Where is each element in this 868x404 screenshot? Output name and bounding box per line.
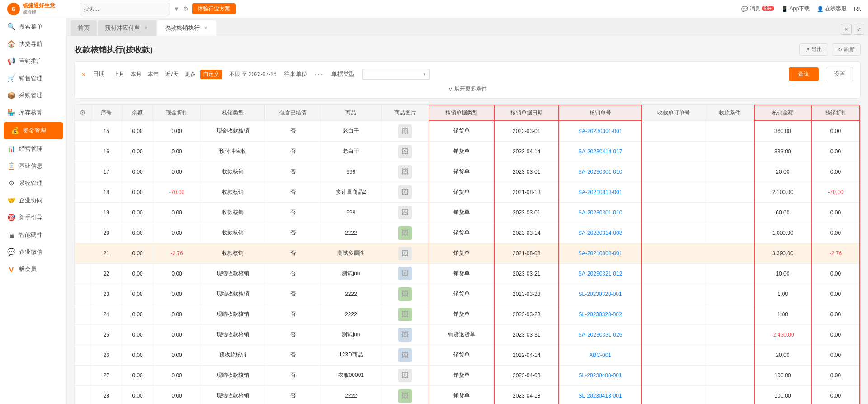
th-settings[interactable]: ⚙ xyxy=(75,105,91,121)
th-type: 核销类型 xyxy=(201,105,265,121)
industry-btn[interactable]: 体验行业方案 xyxy=(192,3,236,14)
sidebar-item-inventory[interactable]: 🏪 库存核算 xyxy=(0,104,66,121)
td-checkbox[interactable] xyxy=(75,223,91,243)
sidebar-item-enterprise[interactable]: 🤝 企业协同 xyxy=(0,192,66,209)
sidebar-item-business[interactable]: 📊 经营管理 xyxy=(0,140,66,157)
sidebar-item-basic-info[interactable]: 📋 基础信息 xyxy=(0,157,66,175)
voucher-no-link[interactable]: SA-20230414-017 xyxy=(578,148,622,155)
td-checkbox[interactable] xyxy=(75,263,91,284)
date-btn-custom[interactable]: 自定义 xyxy=(200,70,222,79)
td-goods: 123D商品 xyxy=(321,345,381,365)
voucher-no-link[interactable]: SL-20230418-001 xyxy=(579,393,622,399)
td-voucher-no[interactable]: SA-20230321-012 xyxy=(559,263,641,284)
td-goods: 2222 xyxy=(321,223,381,243)
td-checkbox[interactable] xyxy=(75,162,91,182)
td-receipt-cond xyxy=(706,345,754,365)
td-checkbox[interactable] xyxy=(75,243,91,263)
td-voucher-no[interactable]: ABC-001 xyxy=(559,345,641,365)
refresh-btn[interactable]: ↻ 刷新 xyxy=(832,43,861,56)
voucher-no-link[interactable]: SA-20230301-001 xyxy=(578,128,622,134)
td-discount: 0.00 xyxy=(811,365,860,385)
date-btn-last-month[interactable]: 上月 xyxy=(112,70,126,79)
date-btn-this-month[interactable]: 本月 xyxy=(129,70,143,79)
sidebar-item-guide[interactable]: 🎯 新手引导 xyxy=(0,209,66,226)
tab-receipt-close[interactable]: × xyxy=(203,25,209,31)
sidebar-item-search-menu[interactable]: 🔍 搜索菜单 xyxy=(0,18,66,35)
td-voucher-no[interactable]: SL-20230408-001 xyxy=(559,365,641,385)
voucher-no-link[interactable]: SL-20230408-001 xyxy=(579,372,622,379)
voucher-no-link[interactable]: SA-20230301-010 xyxy=(578,169,622,175)
expand-more-btn[interactable]: ∨ 展开更多条件 xyxy=(448,85,487,93)
td-voucher-no[interactable]: SA-20230331-026 xyxy=(559,324,641,345)
td-no: 20 xyxy=(91,223,122,243)
sidebar-item-wechat[interactable]: 💬 企业微信 xyxy=(0,243,66,261)
sidebar-item-finance[interactable]: 💰 资金管理 xyxy=(4,122,63,139)
voucher-no-link[interactable]: SA-20230314-008 xyxy=(578,230,622,236)
search-input[interactable] xyxy=(80,3,170,15)
td-voucher-no[interactable]: SA-20230301-001 xyxy=(559,121,641,141)
voucher-no-link[interactable]: SL-20230328-002 xyxy=(579,311,622,318)
export-btn[interactable]: ↗ 导出 xyxy=(799,43,828,56)
online-service[interactable]: 👤 在线客服 xyxy=(817,5,847,13)
voucher-no-link[interactable]: SA-20210813-001 xyxy=(578,189,622,195)
voucher-no-link[interactable]: SA-20210808-001 xyxy=(578,250,622,257)
tab-home[interactable]: 首页 xyxy=(71,20,97,36)
td-voucher-no[interactable]: SA-20230301-010 xyxy=(559,202,641,223)
date-btn-this-year[interactable]: 本年 xyxy=(146,70,160,79)
date-btn-7days[interactable]: 近7天 xyxy=(163,70,181,79)
date-btn-more[interactable]: 更多 xyxy=(183,70,198,79)
td-checkbox[interactable] xyxy=(75,304,91,324)
td-voucher-no[interactable]: SA-20210813-001 xyxy=(559,182,641,202)
td-checkbox[interactable] xyxy=(75,324,91,345)
td-checkbox[interactable] xyxy=(75,385,91,404)
td-checkbox[interactable] xyxy=(75,182,91,202)
td-voucher-no[interactable]: SA-20230414-017 xyxy=(559,141,641,162)
sidebar-item-purchase[interactable]: 📦 采购管理 xyxy=(0,87,66,104)
td-checkbox[interactable] xyxy=(75,141,91,162)
sidebar-label-enterprise: 企业协同 xyxy=(19,196,42,204)
td-voucher-no[interactable]: SL-20230328-002 xyxy=(559,304,641,324)
voucher-no-link[interactable]: SA-20230301-010 xyxy=(578,209,622,216)
voucher-no-link[interactable]: SA-20230321-012 xyxy=(578,271,622,277)
setting-btn[interactable]: 设置 xyxy=(826,67,853,81)
td-checkbox[interactable] xyxy=(75,121,91,141)
td-checkbox[interactable] xyxy=(75,365,91,385)
filter-expand-toggle[interactable]: » xyxy=(82,71,85,78)
td-voucher-no[interactable]: SA-20230301-010 xyxy=(559,162,641,182)
sidebar-item-sales[interactable]: 🛒 销售管理 xyxy=(0,70,66,87)
td-amount: 1,000.00 xyxy=(754,223,811,243)
td-voucher-no[interactable]: SL-20230328-001 xyxy=(559,284,641,304)
sidebar-item-member[interactable]: V 畅会员 xyxy=(0,261,66,278)
tab-close-all-btn[interactable]: × xyxy=(841,24,852,35)
goods-image: 🖼 xyxy=(398,145,412,158)
sidebar-item-system[interactable]: ⚙ 系统管理 xyxy=(0,175,66,192)
tab-receipt[interactable]: 收款核销执行 × xyxy=(157,20,216,36)
td-goods: 测试jun xyxy=(321,324,381,345)
data-table: ⚙ 序号 余额 现金折扣 核销类型 包含已结清 商品 商品图片 核销单据类型 核… xyxy=(75,105,860,404)
voucher-type-select[interactable] xyxy=(362,69,430,80)
tab-prepay-close[interactable]: × xyxy=(143,25,149,31)
voucher-no-link[interactable]: ABC-001 xyxy=(589,352,611,358)
td-voucher-no[interactable]: SL-20230418-001 xyxy=(559,385,641,404)
td-type: 收款核销 xyxy=(201,182,265,202)
tab-fullscreen-btn[interactable]: ⤢ xyxy=(854,24,864,35)
td-checkbox[interactable] xyxy=(75,345,91,365)
td-checkbox[interactable] xyxy=(75,284,91,304)
message-area[interactable]: 💬 消息 99+ xyxy=(741,5,774,13)
td-goods: 测试jun xyxy=(321,263,381,284)
settings-icon[interactable]: ⚙ xyxy=(183,5,189,12)
sidebar-item-marketing[interactable]: 📢 营销推广 xyxy=(0,52,66,70)
table-gear-icon[interactable]: ⚙ xyxy=(80,109,85,116)
td-voucher-no[interactable]: SA-20210808-001 xyxy=(559,243,641,263)
td-voucher-no[interactable]: SA-20230314-008 xyxy=(559,223,641,243)
voucher-no-link[interactable]: SA-20230331-026 xyxy=(578,332,622,338)
sidebar-item-smart-hw[interactable]: 🖥 智能硬件 xyxy=(0,226,66,243)
search-dropdown-icon[interactable]: ▼ xyxy=(174,5,179,12)
app-download[interactable]: 📱 App下载 xyxy=(781,5,810,13)
sidebar-item-quick-nav[interactable]: 🏠 快捷导航 xyxy=(0,35,66,52)
voucher-no-link[interactable]: SL-20230328-001 xyxy=(579,291,622,297)
td-checkbox[interactable] xyxy=(75,202,91,223)
query-btn[interactable]: 查询 xyxy=(789,67,819,81)
tab-prepay[interactable]: 预付冲应付单 × xyxy=(98,20,156,36)
user-name[interactable]: Rit xyxy=(854,6,861,12)
